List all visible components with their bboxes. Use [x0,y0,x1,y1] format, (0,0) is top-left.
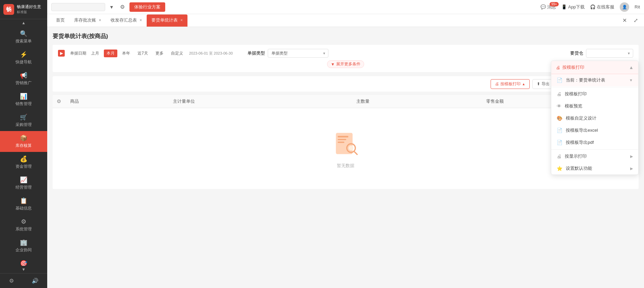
page-title: 要货单统计表(按商品) [53,32,639,40]
app-logo: 畅 畅康通好生意 标准版 [0,0,47,19]
sidebar-settings-btn[interactable]: ⚙ [6,276,17,285]
dropdown-item-template-preview[interactable]: 👁 模板预览 [551,100,638,112]
sidebar-label-search: 搜索菜单 [16,38,32,44]
notification-btn[interactable]: 💬 消息 99+ [540,4,556,10]
set-default-label: 设置默认功能 [566,165,592,171]
dropdown-close-btn[interactable]: ▲ [629,65,634,70]
sidebar-label-operations: 经营管理 [16,185,32,190]
sidebar-item-quick-nav[interactable]: ⚡ 快捷导航 [0,47,47,68]
template-doc-icon: 📄 [557,77,562,83]
tab-receipt-summary-close[interactable]: × [140,18,142,23]
print-dropdown-arrow: ▲ [522,82,525,86]
warehouse-label: 要货仓 [570,50,583,56]
template-arrow-icon: ▼ [629,78,633,82]
sidebar-item-marketing[interactable]: 📢 营销推广 [0,68,47,89]
trial-btn[interactable]: 体验行业方案 [129,2,165,12]
sidebar-item-inventory[interactable]: 📦 库存核算 [0,131,47,152]
type-select-wrapper: 单据类型 ▼ [268,49,328,58]
date-btn-custom[interactable]: 自定义 [168,50,186,57]
beginner-icon: 🎯 [20,260,27,266]
type-filter-label: 单据类型 [247,50,265,56]
sidebar-label-basic-info: 基础信息 [16,205,32,211]
sidebar-item-system[interactable]: ⚙ 系统管理 [0,215,47,235]
dropdown-header: 🖨 按模板打印 ▲ [551,61,638,74]
system-icon: ⚙ [21,218,26,225]
filter-expand-icon[interactable]: ▶ [58,50,65,57]
dropdown-item-template-excel[interactable]: 📄 按模板导出excel [551,124,638,136]
print-icon: 🖨 [495,82,499,86]
date-btn-more[interactable]: 更多 [153,50,166,57]
sidebar-item-enterprise[interactable]: 🏢 企业协同 [0,235,47,256]
topbar-dropdown-btn[interactable]: ▼ [108,4,115,10]
dropdown-item-set-default[interactable]: ⭐ 设置默认功能 ▶ [551,162,638,174]
export-label: 导出 [541,81,550,87]
app-download-btn[interactable]: 📱 App下载 [561,4,585,10]
dropdown-item-template-design[interactable]: 🎨 模板自定义设计 [551,112,638,124]
sidebar-scroll-up[interactable]: ▲ [0,19,47,27]
main-area: ▼ ⚙ 体验行业方案 💬 消息 99+ 📱 App下载 🎧 在线客服 👤 Rit [47,0,644,288]
type-select[interactable]: 单据类型 [268,49,328,58]
topbar-gear-btn[interactable]: ⚙ [118,3,127,11]
tab-expand-btn[interactable]: ⤢ [632,17,640,24]
sidebar-scroll-down[interactable]: ▼ [0,266,47,273]
tabs-right-controls: ✕ ⤢ [620,17,640,24]
purchase-icon: 🛒 [20,114,27,121]
notification-icon: 💬 [540,4,546,9]
sidebar-nav: 🔍 搜索菜单 ⚡ 快捷导航 📢 营销推广 📊 销售管理 🛒 采购管理 📦 库存核… [0,27,47,266]
column-settings-icon[interactable]: ⚙ [57,98,61,104]
display-print-arrow-icon: ▶ [630,154,633,159]
expand-conditions-btn[interactable]: ▼ 展开更多条件 [327,60,364,68]
sidebar-item-sales[interactable]: 📊 销售管理 [0,89,47,110]
print-btn[interactable]: 🖨 按模板打印 ▲ [491,79,530,89]
sidebar-item-finance[interactable]: 💰 资金管理 [0,152,47,173]
sidebar-sound-btn[interactable]: 🔊 [29,276,41,285]
sidebar-item-operations[interactable]: 📈 经营管理 [0,173,47,194]
avatar-img: 👤 [620,2,629,12]
sales-icon: 📊 [20,93,27,100]
sidebar-item-purchase[interactable]: 🛒 采购管理 [0,110,47,131]
tab-home[interactable]: 首页 [51,14,69,27]
warehouse-filter-group: 要货仓 ▼ [570,49,633,58]
online-service-btn[interactable]: 🎧 在线客服 [590,4,614,10]
date-range-text: 2023-06-01 至 2023-06-30 [189,51,233,56]
date-btn-this-month[interactable]: 本月 [104,50,117,57]
dropdown-item-template-pdf[interactable]: 📄 按模板导出pdf [551,136,638,149]
sidebar-item-beginner[interactable]: 🎯 新手引导 [0,256,47,266]
empty-text: 暂无数据 [337,163,354,169]
sidebar-item-basic-info[interactable]: 📋 基础信息 [0,194,47,215]
dropdown-item-template-print[interactable]: 🖨 按模板打印 [551,88,638,100]
app-version: 标准版 [17,10,41,14]
tab-order-stats-close[interactable]: × [180,18,183,23]
tab-close-all-btn[interactable]: ✕ [620,17,629,24]
expand-icon: ▼ [331,62,335,67]
sidebar-item-search[interactable]: 🔍 搜索菜单 [0,27,47,47]
sidebar-bottom: ⚙ 🔊 [0,273,47,288]
username-display[interactable]: Rit [635,4,640,9]
date-btn-this-year[interactable]: 本年 [119,50,133,57]
col-product: 商品 [66,95,169,108]
sidebar-label-sales: 销售管理 [16,101,32,107]
template-excel-label: 按模板导出excel [566,127,598,133]
dropdown-item-display-print[interactable]: 🖨 按显示打印 ▶ [551,150,638,162]
dropdown-current-template[interactable]: 📄 当前：要货单统计表 ▼ [551,74,638,86]
template-design-label: 模板自定义设计 [566,115,596,121]
online-service-label: 在线客服 [597,4,614,10]
user-avatar[interactable]: 👤 [620,2,629,12]
tab-receipt-summary[interactable]: 收发存汇总表 × [106,14,147,27]
topbar-right: 💬 消息 99+ 📱 App下载 🎧 在线客服 👤 Rit [540,2,640,12]
sidebar-label-system: 系统管理 [16,226,32,232]
topbar-search-input[interactable] [51,3,105,11]
finance-icon: 💰 [20,155,27,163]
warehouse-select[interactable] [586,49,633,58]
template-pdf-label: 按模板导出pdf [566,139,594,146]
tab-order-stats[interactable]: 要货单统计表 × [147,14,187,27]
template-print-label: 按模板打印 [565,91,587,97]
template-design-icon: 🎨 [557,116,562,121]
tab-inventory-batch[interactable]: 库存批次账 × [69,14,106,27]
print-label: 按模板打印 [500,81,521,87]
search-icon: 🔍 [20,30,27,37]
date-btn-last-month[interactable]: 上月 [88,50,102,57]
date-btn-7days[interactable]: 近7天 [135,50,151,57]
tab-inventory-batch-close[interactable]: × [99,18,101,23]
tab-order-stats-label: 要货单统计表 [151,17,178,23]
